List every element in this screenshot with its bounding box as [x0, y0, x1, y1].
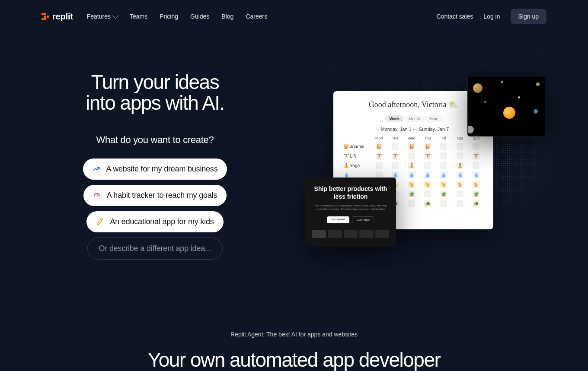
pill-habit-tracker[interactable]: A habit tracker to reach my goals: [83, 185, 227, 206]
nav-right: Contact sales Log in Sign up: [437, 9, 546, 24]
logo[interactable]: replit: [42, 12, 73, 22]
habit-cell[interactable]: 💧: [440, 171, 447, 178]
section-heading: Your own automated app developer: [0, 348, 588, 371]
habit-cell[interactable]: [424, 162, 431, 169]
nav-link-careers[interactable]: Careers: [246, 13, 267, 20]
habit-cell[interactable]: 🐈: [457, 181, 463, 188]
nav-link-blog[interactable]: Blog: [221, 13, 233, 20]
habit-cell[interactable]: [392, 143, 399, 150]
segment-year[interactable]: Year: [425, 115, 441, 122]
habit-cell[interactable]: 📔: [376, 143, 383, 150]
hero-graphic: Good afternoon, Victoria ⛅ Week Month Ye…: [286, 59, 588, 266]
habit-cell[interactable]: 🪴: [473, 190, 479, 197]
habit-date-range: Monday, Jan 1 — Sunday, Jan 7: [344, 127, 483, 132]
habit-cell[interactable]: [440, 162, 447, 169]
contact-sales-link[interactable]: Contact sales: [437, 13, 473, 20]
hero-subhead: What do you want to create?: [96, 134, 214, 146]
habit-cell[interactable]: [408, 200, 415, 207]
habit-header-row: Mon Tue Wed Thu Fri Sat Sun: [344, 136, 483, 140]
habit-row-label: 📔 Journal: [344, 144, 370, 149]
habit-cell[interactable]: 🧘: [457, 162, 463, 169]
habit-cell[interactable]: 🏋️: [424, 152, 431, 159]
pill-educational-app[interactable]: An educational app for my kids: [86, 211, 223, 232]
segment-month[interactable]: Month: [405, 115, 424, 122]
habit-cell[interactable]: 💧: [424, 171, 431, 178]
join-waitlist-button[interactable]: Join Waitlist: [327, 216, 349, 223]
nav-links: Features Teams Pricing Guides Blog Caree…: [87, 13, 267, 20]
habit-cell[interactable]: [440, 200, 447, 207]
segment-week[interactable]: Week: [385, 115, 404, 122]
habit-segment-control: Week Month Year: [344, 115, 483, 122]
planet-icon: [484, 101, 486, 103]
dark-card-paragraph: The modern platform for product teams to…: [312, 204, 389, 211]
habit-cell[interactable]: 🧘: [408, 162, 415, 169]
habit-cell[interactable]: 💧: [473, 171, 479, 178]
signup-button[interactable]: Sign up: [511, 9, 546, 24]
planet-icon: [518, 96, 520, 98]
hero-heading: Turn your ideas into apps with AI.: [86, 72, 224, 114]
habit-cell[interactable]: 🏋️: [392, 152, 399, 159]
habit-cell[interactable]: 🐈: [473, 181, 479, 188]
hero-section: Turn your ideas into apps with AI. What …: [0, 33, 588, 266]
nav-features-dropdown[interactable]: Features: [87, 13, 118, 20]
habit-row-label: 💧: [344, 173, 370, 178]
nav-link-guides[interactable]: Guides: [190, 13, 209, 20]
habit-row: 🧘 Yoga🧘🧘: [344, 162, 483, 169]
nav-link-teams[interactable]: Teams: [130, 13, 147, 20]
habit-cell[interactable]: 🐈: [408, 181, 415, 188]
habit-cell[interactable]: [457, 143, 463, 150]
habit-cell[interactable]: [440, 143, 447, 150]
section-eyebrow: Replit Agent: The best AI for apps and w…: [0, 331, 588, 338]
habit-cell[interactable]: [408, 152, 415, 159]
habit-cell[interactable]: 💧: [408, 171, 415, 178]
demo-card-solar-system: [467, 76, 545, 136]
habit-row-label: 🧘 Yoga: [344, 163, 370, 168]
habit-cell[interactable]: [473, 162, 479, 169]
login-link[interactable]: Log in: [483, 13, 500, 20]
rocket-icon: [96, 218, 104, 225]
habit-cell[interactable]: 🐢: [473, 200, 479, 207]
learn-more-button[interactable]: Learn More: [352, 216, 375, 223]
logo-mark-icon: [42, 13, 49, 20]
habit-cell[interactable]: 🐈: [424, 181, 431, 188]
habit-row-label: 🏋️ Lift: [344, 154, 370, 159]
pill-custom-idea[interactable]: Or describe a different app idea...: [87, 238, 223, 260]
logo-text: replit: [52, 12, 73, 22]
habit-cell[interactable]: [457, 152, 463, 159]
habit-cell[interactable]: [457, 190, 463, 197]
planet-icon: [536, 82, 540, 86]
habit-cell[interactable]: 📔: [424, 143, 431, 150]
habit-cell[interactable]: 🪴: [408, 190, 415, 197]
top-nav: replit Features Teams Pricing Guides Blo…: [0, 0, 588, 33]
habit-cell[interactable]: [473, 143, 479, 150]
habit-cell[interactable]: [440, 152, 447, 159]
dark-card-heading: Ship better products with less friction: [312, 185, 389, 200]
habit-cell[interactable]: 🐈: [440, 181, 447, 188]
trending-up-icon: [93, 165, 100, 173]
habit-cell[interactable]: 📔: [408, 143, 415, 150]
habit-cell[interactable]: [457, 200, 463, 207]
agent-section: Replit Agent: The best AI for apps and w…: [0, 266, 588, 371]
habit-cell[interactable]: 🏋️: [473, 152, 479, 159]
habit-cell[interactable]: [424, 190, 431, 197]
svg-line-0: [97, 194, 98, 196]
hero-left: Turn your ideas into apps with AI. What …: [42, 59, 268, 266]
nav-link-pricing[interactable]: Pricing: [160, 13, 178, 20]
habit-cell[interactable]: 🐢: [424, 200, 431, 207]
habit-cell[interactable]: 🏋️: [376, 152, 383, 159]
habit-cell[interactable]: [392, 162, 399, 169]
gauge-icon: [93, 191, 101, 199]
habit-cell[interactable]: 💧: [457, 171, 463, 178]
habit-greeting: Good afternoon, Victoria ⛅: [344, 100, 483, 109]
chevron-down-icon: [112, 13, 118, 19]
dark-card-bars: [312, 230, 389, 238]
sun-icon: [503, 107, 515, 119]
demo-card-product-landing: Ship better products with less friction …: [305, 178, 396, 247]
pill-business-website[interactable]: A website for my dream business: [83, 159, 227, 180]
suggestion-pills: A website for my dream business A habit …: [83, 159, 227, 260]
habit-cell[interactable]: [376, 162, 383, 169]
habit-row: 🏋️ Lift🏋️🏋️🏋️🏋️: [344, 152, 483, 159]
habit-cell[interactable]: 🪴: [440, 190, 447, 197]
dark-card-buttons: Join Waitlist Learn More: [312, 216, 389, 223]
planet-icon: [501, 81, 503, 83]
